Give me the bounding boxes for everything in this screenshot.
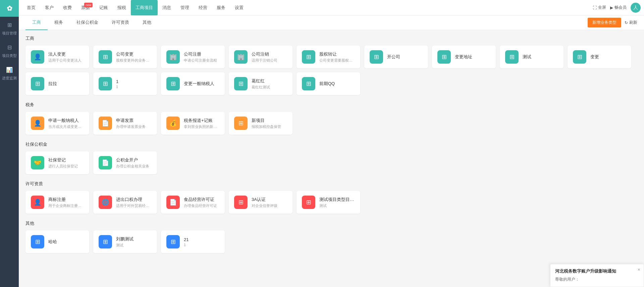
card-title-test1: 测试 [523, 54, 558, 60]
card-title-fund-open: 公积金开户 [116, 157, 152, 163]
cards-grid-gongshang: 👤 法人变更 适用于公司变更法人 ⊞ 公司变更 股权变更外的业务变更 🏢 公司注… [25, 46, 637, 95]
card-company-register[interactable]: 🏢 公司注册 申请公司注册全流程 [161, 46, 225, 68]
section-title-gongshang: 工商 [25, 35, 637, 42]
card-new-project[interactable]: ⊞ 新项目 报税加税控盘保管 [229, 112, 292, 135]
card-icon-change-address: ⊞ [437, 50, 451, 64]
card-text-test1: 测试 [523, 54, 558, 60]
card-text-import-export: 进出口权办理 适用于对外贸易经营者 [116, 197, 152, 208]
nav-message[interactable]: 消息 [158, 0, 176, 15]
card-tax-report[interactable]: 💰 税务报道+记账 拿到营业执照的新公司 [161, 112, 225, 135]
tab-shuiwu[interactable]: 税务 [48, 15, 70, 30]
card-text-haha: 哈哈 [48, 239, 84, 245]
card-text-twentyone: 21 1 [184, 237, 219, 247]
card-title-liupengtest: 刘鹏测试 [116, 236, 152, 242]
card-change-tax[interactable]: ⊞ 变更一般纳税人 [161, 72, 225, 95]
add-type-button[interactable]: 新增业务类型 [588, 18, 621, 27]
tab-xuke[interactable]: 许可资质 [105, 15, 136, 30]
card-change-address[interactable]: ⊞ 变更地址 [432, 46, 496, 68]
notif-text: 尊敬的用户： [555, 276, 639, 283]
avatar[interactable]: 人 [631, 3, 641, 13]
refresh-button[interactable]: ↻ 刷新 [625, 20, 637, 25]
section-title-xuke: 许可资质 [25, 181, 637, 187]
nav-management[interactable]: 管理 [176, 0, 194, 15]
card-one1[interactable]: ⊞ 1 1 [93, 72, 157, 95]
card-haha[interactable]: ⊞ 哈哈 [25, 230, 89, 253]
card-text-change-address: 变更地址 [455, 54, 490, 60]
main-area: 首页 客户 收费 票据 new 记账 报税 工商项目 消息 管理 经营 服务 设… [19, 0, 644, 287]
card-text-tax-report: 税务报道+记账 拿到营业执照的新公司 [184, 118, 219, 129]
card-icon-food-license: 📄 [166, 196, 180, 209]
refresh-icon: ↻ [625, 20, 628, 25]
card-icon-change-tax: ⊞ [166, 77, 180, 90]
card-text-3a-cert: 3A认证 对企业信誉评级 [252, 197, 287, 208]
vip-label: 畅会员 [614, 5, 627, 10]
card-title-lala: 拉拉 [48, 81, 84, 87]
card-gehonghong[interactable]: ⊞ 葛红红 葛红红测试 [229, 72, 292, 95]
card-legal-change[interactable]: 👤 法人变更 适用于公司变更法人 [25, 46, 89, 68]
card-company-change[interactable]: ⊞ 公司变更 股权变更外的业务变更 [93, 46, 157, 68]
card-icon-company-change: ⊞ [99, 50, 112, 64]
nav-ticket[interactable]: 票据 new [76, 0, 95, 15]
tab-shebao[interactable]: 社保公积金 [70, 15, 105, 30]
card-title-change-tax: 变更一般纳税人 [184, 81, 219, 87]
card-text-change1: 变更 [590, 54, 626, 60]
sidebar-item-project-type[interactable]: ⊟ 项目类型 [0, 39, 19, 62]
card-desc-liupengtest: 测试 [116, 243, 152, 248]
tabbar-actions: 新增业务类型 ↻ 刷新 [588, 18, 637, 27]
card-icon-3a-cert: ⊞ [234, 196, 248, 209]
card-company-cancel[interactable]: 🏢 公司注销 适用于注销公司 [229, 46, 292, 68]
card-title-new-project: 新项目 [252, 118, 287, 124]
card-test-type[interactable]: ⊞ 测试项目类型目定义 测试 [297, 191, 360, 214]
nav-operation[interactable]: 经营 [194, 0, 212, 15]
nav-home[interactable]: 首页 [22, 0, 40, 15]
card-twentyone[interactable]: ⊞ 21 1 [161, 230, 225, 253]
nav-collection[interactable]: 收费 [58, 0, 76, 15]
card-title-one1: 1 [116, 79, 152, 84]
ticket-badge: new [84, 3, 93, 8]
card-title-food-license: 食品经营许可证 [184, 197, 219, 203]
card-icon-qianqiqq: ⊞ [302, 77, 315, 90]
card-equity-transfer[interactable]: ⊞ 股权转让 公司变更需要股权转让 [297, 46, 360, 68]
tab-other[interactable]: 其他 [136, 15, 158, 30]
card-desc-tax-report: 拿到营业执照的新公司 [184, 124, 219, 129]
card-lala[interactable]: ⊞ 拉拉 [25, 72, 89, 95]
nav-settings[interactable]: 设置 [230, 0, 248, 15]
vip-btn[interactable]: ▶ 畅会员 [610, 5, 627, 10]
card-food-license[interactable]: 📄 食品经营许可证 办理食品经营许可证 [161, 191, 225, 214]
sidebar-logo: ✿ [0, 0, 19, 17]
nav-customer[interactable]: 客户 [40, 0, 58, 15]
card-desc-company-cancel: 适用于注销公司 [252, 58, 287, 63]
card-liupengtest[interactable]: ⊞ 刘鹏测试 测试 [93, 230, 157, 253]
card-apply-tax[interactable]: 👤 申请一般纳税人 当月或次月成变更完成 [25, 112, 89, 135]
card-social-register[interactable]: 🤝 社保登记 进行人员社保登记 [25, 151, 89, 174]
card-title-brand-register: 商标注册 [48, 197, 84, 203]
card-3a-cert[interactable]: ⊞ 3A认证 对企业信誉评级 [229, 191, 292, 214]
card-qianqiqq[interactable]: ⊞ 前期QQ [297, 72, 360, 95]
card-import-export[interactable]: 🌐 进出口权办理 适用于对外贸易经营者 [93, 191, 157, 214]
sidebar-item-progress-monitor[interactable]: 📊 进度监测 [0, 62, 19, 84]
card-change1[interactable]: ⊞ 变更 [568, 46, 631, 68]
card-fund-open[interactable]: 📄 公积金开户 办理公积金相关业务 [93, 151, 157, 174]
card-brand-register[interactable]: 👤 商标注册 用于企业商标注册服务 [25, 191, 89, 214]
card-title-company-cancel: 公司注销 [252, 51, 287, 57]
card-desc-company-register: 申请公司注册全流程 [184, 58, 219, 63]
scroll-area: 工商 👤 法人变更 适用于公司变更法人 ⊞ 公司变更 股权变更外的业务变更 🏢 … [19, 30, 644, 287]
card-apply-invoice[interactable]: 📄 申请发票 办理申请发票业务 [93, 112, 157, 135]
card-open-company[interactable]: ⊞ 开公司 [364, 46, 428, 68]
content-area: 工商 税务 社保公积金 许可资质 其他 新增业务类型 ↻ 刷新 工商 👤 法人变… [19, 15, 644, 287]
topnav-right: ⛶ 全屏 ▶ 畅会员 人 [593, 3, 641, 13]
nav-tax[interactable]: 报税 [113, 0, 131, 15]
sidebar-item-project-mgmt[interactable]: ⊞ 项目管理 [0, 17, 19, 39]
nav-accounting[interactable]: 记账 [95, 0, 113, 15]
tab-gongshang[interactable]: 工商 [25, 15, 48, 30]
nav-service[interactable]: 服务 [212, 0, 230, 15]
card-icon-company-cancel: 🏢 [234, 50, 248, 64]
card-text-gehonghong: 葛红红 葛红红测试 [252, 78, 287, 90]
card-test1[interactable]: ⊞ 测试 [500, 46, 564, 68]
fullscreen-btn[interactable]: ⛶ 全屏 [593, 5, 606, 10]
section-title-shuiwu: 税务 [25, 102, 637, 108]
notif-close-btn[interactable]: × [638, 267, 640, 272]
play-icon: ▶ [610, 5, 613, 10]
nav-industry[interactable]: 工商项目 [131, 0, 158, 15]
notif-title: 河北税务数字账户升级影响通知 [555, 268, 639, 274]
